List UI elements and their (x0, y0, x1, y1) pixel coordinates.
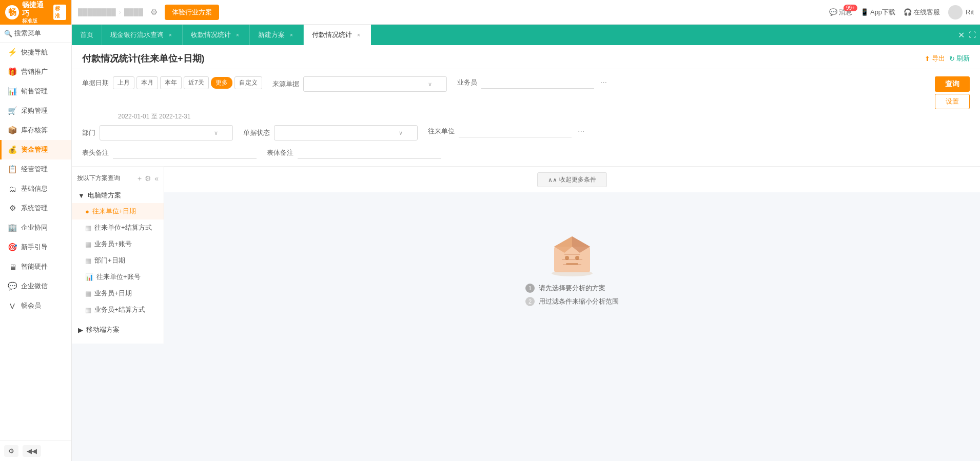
partner-dots-button[interactable]: ··· (578, 127, 584, 136)
collapse-panel-button[interactable]: « (154, 174, 159, 183)
system-icon: ⚙ (8, 204, 17, 213)
scheme-item-sales-account[interactable]: ▦ 业务员+账号 (72, 236, 164, 252)
sidebar-item-inventory[interactable]: 📦 库存核算 (0, 121, 71, 140)
scheme-item-partner-settle[interactable]: ▦ 往来单位+结算方式 (72, 219, 164, 236)
step-1-text: 请先选择要分析的方案 (539, 284, 605, 293)
pc-group-header[interactable]: ▼ 电脑端方案 (72, 188, 164, 203)
tabbar: 首页 现金银行流水查询 × 收款情况统计 × 新建方案 × 付款情况统计 × ✕… (72, 25, 980, 45)
sidebar-item-member[interactable]: V 畅会员 (0, 296, 71, 315)
date-this-month[interactable]: 本月 (136, 76, 158, 89)
tab-bank-flow-close[interactable]: × (167, 31, 174, 38)
salesperson-input[interactable] (481, 76, 594, 89)
sidebar-item-enterprise[interactable]: 🏢 企业协同 (0, 218, 71, 237)
add-scheme-button[interactable]: + (138, 174, 142, 183)
source-label: 来源单据 (272, 79, 299, 89)
date-custom[interactable]: 自定义 (234, 76, 262, 89)
tab-collection-stat[interactable]: 收款情况统计 × (183, 25, 250, 45)
content-wrapper: 按以下方案查询 + ⚙ « ▼ 电脑端方案 ● 往来单位+日期 (72, 167, 980, 344)
collapse-more-button[interactable]: ∧∧ 收起更多条件 (537, 172, 607, 187)
tab-home[interactable]: 首页 (72, 25, 102, 45)
right-actions: 查询 设置 (935, 76, 970, 109)
user-area: Rit (948, 5, 974, 19)
step-2-text: 用过滤条件来缩小分析范围 (539, 297, 619, 306)
scheme-item-dept-date[interactable]: ▦ 部门+日期 (72, 252, 164, 269)
refresh-button[interactable]: ↻ 刷新 (949, 54, 970, 63)
date-last-month[interactable]: 上月 (113, 76, 134, 89)
username[interactable]: Rit (966, 8, 974, 16)
date-last-7-days[interactable]: 近7天 (184, 76, 209, 89)
message-button[interactable]: 💬 消息 99+ (829, 8, 852, 17)
tab-new-scheme-close[interactable]: × (288, 31, 295, 38)
sidebar-item-marketing[interactable]: 🎁 营销推广 (0, 62, 71, 82)
operation-icon: 📋 (8, 165, 17, 174)
dept-select[interactable]: ∨ (100, 125, 233, 141)
sidebar-item-finance[interactable]: 💰 资金管理 (0, 140, 71, 159)
partner-input[interactable] (459, 125, 572, 137)
tab-bank-flow[interactable]: 现金银行流水查询 × (102, 25, 183, 45)
sidebar-header: 畅 畅捷通巧 标准版 标准 (0, 0, 71, 25)
sidebar-item-hardware[interactable]: 🖥 智能硬件 (0, 257, 71, 276)
tabbar-close-all-button[interactable]: ✕ (958, 30, 965, 40)
sidebar-item-guide[interactable]: 🎯 新手引导 (0, 237, 71, 257)
online-service-button[interactable]: 🎧 在线客服 (904, 8, 940, 17)
body-note-input[interactable] (298, 147, 441, 159)
sidebar-item-label: 新手引导 (21, 243, 48, 252)
header-note-input[interactable] (113, 147, 257, 159)
mobile-group-header[interactable]: ▶ 移动端方案 (72, 322, 164, 337)
empty-state: 1 请先选择要分析的方案 2 用过滤条件来缩小分析范围 (164, 192, 980, 344)
scheme-item-partner-account[interactable]: 📊 往来单位+账号 (72, 269, 164, 285)
tab-new-scheme[interactable]: 新建方案 × (250, 25, 304, 45)
tab-payment-stat-label: 付款情况统计 (312, 30, 352, 39)
scheme-item-sales-date[interactable]: ▦ 业务员+日期 (72, 285, 164, 302)
topbar-settings-icon[interactable]: ⚙ (150, 7, 158, 17)
page-content: 付款情况统计(往来单位+日期) ⬆ 导出 ↻ 刷新 单据日期 上月 (72, 45, 980, 461)
breadcrumb: ████████ › ████ (78, 8, 143, 16)
tabbar-expand-button[interactable]: ⛶ (969, 31, 976, 39)
svg-point-8 (565, 256, 569, 260)
scheme-item-label: 往来单位+账号 (96, 272, 141, 282)
scheme-item-sales-settle[interactable]: ▦ 业务员+结算方式 (72, 302, 164, 318)
sidebar-collapse-button[interactable]: ◀◀ (23, 445, 41, 457)
date-more[interactable]: 更多 (211, 77, 232, 89)
app-sub: 标准版 (22, 18, 50, 24)
sidebar-item-sales[interactable]: 📊 销售管理 (0, 82, 71, 101)
sidebar-item-label: 智能硬件 (21, 262, 48, 271)
sidebar-item-wechat[interactable]: 💬 企业微信 (0, 276, 71, 296)
partner-label: 往来单位 (428, 127, 455, 136)
message-icon: 💬 (829, 8, 837, 16)
scheme-icon: ▦ (85, 240, 91, 248)
app-download-button[interactable]: 📱 App下载 (860, 8, 895, 17)
empty-illustration (541, 226, 603, 277)
scheme-item-label: 业务员+账号 (94, 239, 132, 249)
search-menu-label: 搜索菜单 (14, 29, 41, 38)
filter-settings-button[interactable]: 设置 (935, 94, 970, 109)
tab-payment-stat-close[interactable]: × (355, 31, 362, 38)
sidebar-item-label: 快捷导航 (21, 48, 48, 57)
date-this-year[interactable]: 本年 (160, 76, 182, 89)
enterprise-icon: 🏢 (8, 223, 17, 232)
search-menu[interactable]: 🔍 搜索菜单 (0, 25, 71, 43)
salesperson-dots-button[interactable]: ··· (600, 78, 607, 87)
sidebar-item-purchase[interactable]: 🛒 采购管理 (0, 101, 71, 121)
sidebar-item-system[interactable]: ⚙ 系统管理 (0, 198, 71, 218)
scheme-settings-button[interactable]: ⚙ (145, 174, 151, 183)
scheme-item-partner-date[interactable]: ● 往来单位+日期 (72, 203, 164, 219)
export-label: 导出 (932, 54, 945, 63)
sidebar-item-basic-info[interactable]: 🗂 基础信息 (0, 179, 71, 198)
query-scheme-label: 按以下方案查询 (77, 174, 120, 183)
source-select[interactable]: ∨ (303, 76, 447, 92)
sidebar-item-quick-nav[interactable]: ⚡ 快捷导航 (0, 43, 71, 62)
tab-payment-stat[interactable]: 付款情况统计 × (304, 25, 371, 45)
tab-collection-stat-close[interactable]: × (234, 31, 241, 38)
scheme-item-label: 往来单位+结算方式 (94, 223, 152, 232)
empty-step-2: 2 用过滤条件来缩小分析范围 (525, 297, 619, 306)
query-button[interactable]: 查询 (935, 76, 970, 92)
header-note-filter-group: 表头备注 (82, 147, 257, 159)
trial-button[interactable]: 体验行业方案 (165, 5, 219, 20)
step-2-number: 2 (525, 297, 535, 306)
refresh-icon: ↻ (949, 55, 955, 63)
sidebar-item-operation[interactable]: 📋 经营管理 (0, 159, 71, 179)
export-button[interactable]: ⬆ 导出 (925, 54, 945, 63)
voucher-status-select[interactable]: ∨ (274, 125, 418, 141)
sidebar-settings-button[interactable]: ⚙ (4, 445, 18, 457)
